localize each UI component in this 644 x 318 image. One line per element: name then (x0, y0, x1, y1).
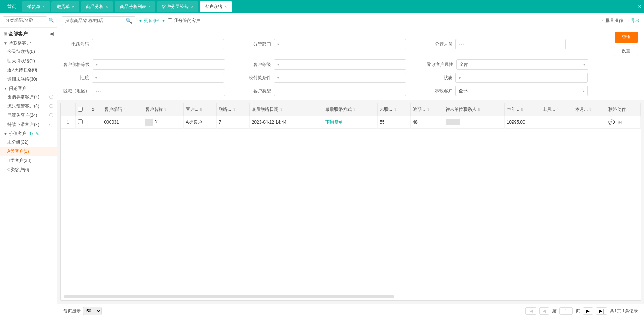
toolbar-right: ☑ 批量操作 ↑ 导出 (600, 18, 640, 24)
query-button[interactable]: 查询 (615, 32, 638, 43)
horizontal-scrollbar[interactable] (64, 295, 394, 298)
search-input[interactable] (65, 18, 126, 23)
sort-icon[interactable]: ⇅ (477, 108, 480, 112)
message-icon[interactable]: 💬 (608, 119, 615, 125)
th-contact: 联络... ⇅ (217, 103, 249, 116)
sort-icon[interactable]: ⇅ (164, 108, 167, 112)
sort-icon[interactable]: ⇅ (589, 108, 592, 112)
retail-customer-select[interactable]: 全部 ▾ (455, 86, 588, 96)
close-all-button[interactable]: × (638, 3, 641, 10)
close-icon[interactable]: × (191, 5, 193, 9)
prev-page-button[interactable]: ◀ (539, 307, 549, 315)
collapse-icon[interactable]: ◀ (50, 31, 53, 36)
row-this-month (573, 116, 606, 129)
export-button[interactable]: ↑ 导出 (627, 18, 640, 24)
sort-icon[interactable]: ⇅ (426, 108, 429, 112)
price-level-select[interactable]: ▾ (93, 59, 225, 70)
retail-attr-select[interactable]: 全部 ▾ (456, 59, 588, 70)
sidebar-item-class-b[interactable]: B类客户(33) (0, 156, 57, 165)
sidebar-search-icon[interactable]: 🔍 (49, 18, 54, 23)
last-page-button[interactable]: ▶| (596, 307, 607, 315)
setting-button[interactable]: 设置 (614, 46, 638, 56)
sidebar-all-customers-label[interactable]: 全部客户 (8, 31, 28, 37)
manager-input[interactable]: ··· (455, 39, 566, 49)
nav-tab-analysis[interactable]: 商品分析 × (81, 1, 113, 12)
first-page-button[interactable]: |◀ (525, 307, 536, 315)
row-overdue: 48 (410, 116, 443, 129)
sidebar-item-today[interactable]: 今天待联络(0) (0, 47, 57, 56)
section-problem[interactable]: ▼ 问题客户 (0, 84, 57, 92)
my-customer-checkbox-label[interactable]: 我分管的客户 (168, 18, 200, 24)
sort-icon[interactable]: ⇅ (520, 108, 523, 112)
qr-icon[interactable]: ⊞ (618, 119, 622, 125)
sidebar-search-input[interactable] (3, 16, 47, 24)
filter-row-3: 性质 ▾ 收付款条件 ▾ 状态 ▾ (63, 73, 638, 83)
close-icon[interactable]: × (225, 5, 227, 9)
sidebar-item-class-c[interactable]: C类客户(6) (0, 165, 57, 174)
th-this-month: 本月... ⇅ (573, 103, 606, 116)
my-customer-checkbox[interactable] (168, 18, 172, 23)
row-last-method[interactable]: 下销货单 (323, 116, 378, 129)
last-method-link[interactable]: 下销货单 (325, 120, 343, 125)
edit-icon[interactable]: ✎ (35, 131, 39, 137)
row-index: 1 (61, 116, 75, 129)
phone-label: 电话号码 (63, 41, 89, 47)
section-value[interactable]: ▼ 价值客户 ↻ ✎ (0, 129, 57, 138)
refresh-icon[interactable]: ↻ (29, 131, 33, 137)
sidebar-item-7days[interactable]: 近7天待联络(0) (0, 66, 57, 75)
page-number-input[interactable] (559, 307, 573, 315)
avatar (145, 119, 153, 126)
nav-tab-home[interactable]: 首页 (3, 1, 21, 12)
nature-select[interactable]: ▾ (92, 73, 224, 83)
customer-level-select[interactable]: ▾ (274, 59, 406, 70)
search-box[interactable]: 🔍 (62, 16, 135, 25)
next-page-button[interactable]: ▶ (583, 307, 593, 315)
status-select[interactable]: ▾ (455, 73, 588, 83)
sidebar-item-churned[interactable]: 已流失客户(24) ⓘ (0, 111, 57, 120)
nav-tab-analysis-list[interactable]: 商品分析列表 × (115, 1, 156, 12)
sidebar-item-ungrouped[interactable]: 未分组(32) (0, 138, 57, 147)
nav-tab-customer-tier[interactable]: 客户分层经营 × (157, 1, 198, 12)
sort-icon[interactable]: ⇅ (556, 108, 559, 112)
close-icon[interactable]: × (72, 5, 74, 9)
sort-icon[interactable]: ⇅ (353, 108, 356, 112)
sort-icon[interactable]: ⇅ (279, 108, 282, 112)
close-icon[interactable]: × (106, 5, 108, 9)
th-settings[interactable]: ⚙ (89, 103, 102, 116)
sidebar-item-declining[interactable]: 持续下滑客户(2) ⓘ (0, 120, 57, 129)
nav-tab-purchase[interactable]: 进货单 × (51, 1, 79, 12)
select-all-checkbox[interactable] (78, 107, 83, 112)
sort-icon[interactable]: ⇅ (123, 108, 126, 112)
batch-op-button[interactable]: ☑ 批量操作 (600, 18, 623, 24)
sidebar-item-tomorrow[interactable]: 明天待联络(1) (0, 56, 57, 66)
region-input[interactable]: ··· (93, 86, 225, 96)
region-label: 区域（地区） (63, 88, 90, 94)
sort-icon[interactable]: ⇅ (232, 108, 235, 112)
phone-input[interactable] (92, 39, 224, 49)
filter-region: 区域（地区） ··· (63, 86, 245, 96)
nav-tab-sales[interactable]: 销货单 × (22, 1, 50, 12)
retail-attr-label: 零散客户属性 (427, 61, 453, 68)
close-icon[interactable]: × (149, 5, 151, 9)
sort-icon[interactable]: ⇅ (200, 108, 203, 112)
per-page-select[interactable]: 50 100 200 (83, 307, 102, 315)
table-settings-icon[interactable]: ⚙ (91, 107, 95, 112)
th-action: 联络动作 (606, 103, 640, 116)
row-checkbox[interactable] (78, 119, 83, 124)
search-icon[interactable]: 🔍 (126, 18, 132, 24)
nav-tab-customer-contact[interactable]: 客户联络 × (200, 1, 232, 12)
sidebar-item-class-a[interactable]: A类客户(1) (0, 147, 57, 156)
sidebar-item-overdue[interactable]: 逾期未联络(30) (0, 75, 57, 84)
sidebar-item-hoard-anomaly[interactable]: 囤购异常客户(2) ⓘ (0, 92, 57, 102)
sort-icon[interactable]: ⇅ (393, 108, 396, 112)
more-filter-button[interactable]: ▼ 更多条件 ▾ (138, 18, 165, 24)
th-this-year: 本年... ⇅ (504, 103, 540, 116)
sidebar-item-churn-warning[interactable]: 流失预警客户(3) ⓘ (0, 102, 57, 111)
horizontal-scroll-area[interactable] (61, 293, 641, 300)
customer-type-input[interactable] (274, 86, 406, 96)
close-icon[interactable]: × (43, 5, 45, 9)
section-pending[interactable]: ▼ 待联络客户 (0, 39, 57, 47)
dept-select[interactable]: ▾ (274, 39, 406, 49)
filter-retail-customer: 零散客户 全部 ▾ (427, 86, 609, 96)
payment-select[interactable]: ▾ (274, 73, 406, 83)
